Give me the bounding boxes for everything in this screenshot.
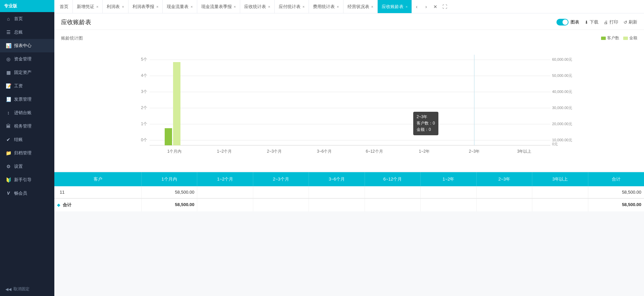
sidebar-item-label: 新手引导 (14, 177, 32, 183)
sidebar-item-ledger[interactable]: ☰ 总账 (0, 26, 54, 39)
tab-payable-stat[interactable]: 应付统计表 × (275, 0, 309, 13)
print-button[interactable]: 🖨 打印 (604, 19, 618, 25)
tab-label: 现金流量表 (167, 4, 189, 10)
sidebar-item-tax[interactable]: 🏛 税务管理 (0, 119, 54, 133)
sidebar-item-member[interactable]: V 畅会员 (0, 187, 54, 200)
tab-label: 费用统计表 (313, 4, 335, 10)
sidebar-item-assets[interactable]: ▦ 固定资产 (0, 66, 54, 79)
sidebar-item-archive[interactable]: 📁 归档管理 (0, 146, 54, 160)
tab-profit[interactable]: 利润表 × (103, 0, 128, 13)
tab-next-button[interactable]: › (421, 2, 431, 11)
legend-customer-color (601, 37, 606, 40)
tab-close-icon[interactable]: × (156, 5, 158, 9)
refresh-button[interactable]: ↺ 刷新 (624, 19, 637, 25)
td-customer: 11 (54, 186, 142, 198)
svg-text:2个: 2个 (141, 105, 147, 110)
tab-close-icon[interactable]: × (96, 5, 98, 9)
td-total: 58,500.00 (588, 186, 644, 198)
chart-section: 账龄统计图 客户数 金额 5个 4个 3个 2个 (54, 30, 644, 171)
sidebar-item-label: 进销台账 (14, 110, 32, 116)
td-year12 (421, 186, 476, 198)
tab-receivable-stat[interactable]: 应收统计表 × (240, 0, 274, 13)
tab-label: 应收账龄表 (382, 4, 404, 10)
td-total-month23 (253, 199, 309, 211)
member-icon: V (5, 191, 11, 196)
tab-label: 经营状况表 (347, 4, 369, 10)
sidebar-item-purchase[interactable]: ↕ 进销台账 (0, 106, 54, 119)
td-month1: 58,500.00 (142, 186, 197, 198)
invoice-icon: 🧾 (5, 97, 11, 102)
chart-svg: 5个 4个 3个 2个 1个 0个 60,000.00元 50,000.00元 … (61, 45, 637, 165)
tab-profit-quarter[interactable]: 利润表季报 × (128, 0, 163, 13)
sidebar-item-salary[interactable]: 📝 工资 (0, 79, 54, 93)
svg-text:0元: 0元 (552, 142, 558, 146)
td-total-month36 (309, 199, 365, 211)
funds-icon: ◎ (5, 56, 11, 62)
header-actions: 图表 ⬇ 下载 🖨 打印 ↺ 刷新 (556, 19, 637, 26)
td-month612 (365, 186, 421, 198)
sidebar-item-reports[interactable]: 📊 报表中心 (0, 39, 54, 52)
tab-home[interactable]: 首页 (56, 0, 73, 13)
print-icon: 🖨 (604, 20, 608, 25)
sidebar-item-label: 税务管理 (14, 123, 32, 129)
sidebar-item-settings[interactable]: ⚙ 设置 (0, 160, 54, 173)
tab-close-icon[interactable]: × (268, 5, 270, 9)
refresh-label: 刷新 (629, 19, 637, 25)
settle-icon: ✔ (5, 137, 11, 142)
purchase-icon: ↕ (5, 110, 11, 115)
page-header: 应收账龄表 图表 ⬇ 下载 🖨 打印 ↺ 刷新 (54, 13, 644, 30)
th-year23: 2~3年 (477, 172, 532, 186)
td-total-year23 (477, 199, 532, 211)
download-label: 下载 (590, 19, 598, 25)
sidebar-item-home[interactable]: ⌂ 首页 (0, 12, 54, 26)
tab-receivable-age[interactable]: 应收账龄表 × (378, 0, 412, 13)
sidebar-item-label: 资金管理 (14, 56, 32, 62)
th-customer: 客户 (54, 172, 142, 186)
settings-icon: ⚙ (5, 164, 11, 169)
download-button[interactable]: ⬇ 下载 (585, 19, 598, 25)
tab-home-label: 首页 (60, 4, 68, 10)
chart-container: 5个 4个 3个 2个 1个 0个 60,000.00元 50,000.00元 … (61, 45, 637, 165)
tab-voucher[interactable]: 新增凭证 × (73, 0, 103, 13)
tab-biz-status[interactable]: 经营状况表 × (343, 0, 378, 13)
td-total-year3plus (532, 199, 588, 211)
svg-text:50,000.00元: 50,000.00元 (552, 73, 572, 78)
th-month23: 2~3个月 (253, 172, 309, 186)
table-row: 11 58,500.00 58,500.00 (54, 186, 644, 198)
sidebar-item-invoice[interactable]: 🧾 发票管理 (0, 93, 54, 106)
chart-toggle[interactable] (556, 19, 569, 26)
sidebar: 专业版 ⌂ 首页 ☰ 总账 📊 报表中心 ◎ 资金管理 ▦ 固定资产 📝 工资 … (0, 0, 54, 296)
tab-expense-stat[interactable]: 费用统计表 × (309, 0, 343, 13)
tab-cashflow[interactable]: 现金流量表 × (163, 0, 197, 13)
total-label: 合计 (63, 202, 71, 207)
tab-close-icon[interactable]: × (371, 5, 373, 9)
tab-close-icon[interactable]: × (122, 5, 124, 9)
sidebar-item-funds[interactable]: ◎ 资金管理 (0, 52, 54, 66)
print-label: 打印 (609, 19, 618, 25)
tab-close-icon[interactable]: × (191, 5, 193, 9)
td-total-month1: 58,500.00 (142, 199, 197, 211)
download-icon: ⬇ (585, 20, 588, 25)
sidebar-item-label: 总账 (14, 29, 23, 35)
tab-close-icon[interactable]: × (337, 5, 339, 9)
tab-cashflow-quarter[interactable]: 现金流量表季报 × (197, 0, 240, 13)
sidebar-item-label: 结账 (14, 137, 23, 143)
td-total-month12 (197, 199, 253, 211)
tab-expand-button[interactable]: ⛶ (440, 2, 449, 11)
sidebar-item-settle[interactable]: ✔ 结账 (0, 133, 54, 146)
tab-close-icon[interactable]: × (406, 5, 408, 9)
tab-close-icon[interactable]: × (303, 5, 305, 9)
sidebar-item-guide[interactable]: 🔰 新手引导 (0, 173, 54, 187)
tab-close-all-button[interactable]: ✕ (431, 2, 440, 11)
pin-icon: ◀◀ (5, 287, 11, 292)
sidebar-item-label: 归档管理 (14, 150, 32, 156)
tab-close-icon[interactable]: × (234, 5, 236, 9)
sidebar-item-label: 畅会员 (14, 190, 27, 196)
tab-prev-button[interactable]: ‹ (412, 2, 421, 11)
pin-toggle[interactable]: ◀◀ 取消固定 (0, 282, 54, 296)
th-month36: 3~6个月 (309, 172, 365, 186)
toggle-label: 图表 (571, 19, 579, 25)
svg-text:1~2个月: 1~2个月 (217, 149, 232, 154)
th-month612: 6~12个月 (365, 172, 421, 186)
content-area: 应收账龄表 图表 ⬇ 下载 🖨 打印 ↺ 刷新 (54, 13, 644, 296)
